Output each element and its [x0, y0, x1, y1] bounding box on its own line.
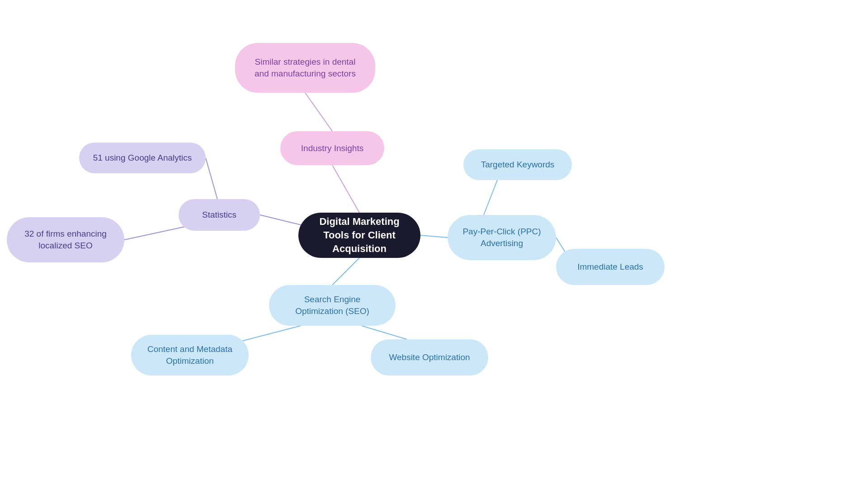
ppc-node: Pay-Per-Click (PPC) Advertising: [448, 215, 556, 260]
content-metadata-label: Content and Metadata Optimization: [144, 343, 236, 366]
center-label: Digital Marketing Tools for Client Acqui…: [311, 215, 408, 255]
immediate-leads-label: Immediate Leads: [577, 261, 643, 273]
targeted-keywords-label: Targeted Keywords: [481, 159, 555, 171]
svg-line-5: [332, 258, 359, 285]
google-analytics-label: 51 using Google Analytics: [93, 152, 192, 164]
targeted-keywords-node: Targeted Keywords: [463, 149, 572, 180]
svg-line-7: [362, 326, 407, 339]
seo-node: Search Engine Optimization (SEO): [269, 285, 396, 326]
industry-insights-label: Industry Insights: [301, 143, 363, 154]
statistics-node: Statistics: [179, 199, 260, 231]
website-opt-node: Website Optimization: [371, 339, 488, 376]
similar-strategies-label: Similar strategies in dental and manufac…: [248, 56, 363, 79]
industry-insights-node: Industry Insights: [280, 131, 384, 165]
localized-seo-node: 32 of firms enhancing localized SEO: [7, 217, 124, 262]
svg-line-9: [484, 180, 497, 215]
svg-line-8: [420, 235, 448, 238]
ppc-label: Pay-Per-Click (PPC) Advertising: [460, 226, 543, 249]
website-opt-label: Website Optimization: [389, 352, 470, 363]
localized-seo-label: 32 of firms enhancing localized SEO: [19, 228, 112, 251]
svg-line-6: [240, 326, 301, 342]
immediate-leads-node: Immediate Leads: [556, 249, 665, 285]
content-metadata-node: Content and Metadata Optimization: [131, 335, 249, 376]
svg-line-0: [332, 165, 359, 213]
svg-line-1: [305, 93, 332, 131]
center-node: Digital Marketing Tools for Client Acqui…: [298, 213, 420, 258]
seo-label: Search Engine Optimization (SEO): [282, 294, 383, 317]
google-analytics-node: 51 using Google Analytics: [79, 143, 206, 173]
statistics-label: Statistics: [202, 209, 236, 221]
similar-strategies-node: Similar strategies in dental and manufac…: [235, 43, 375, 93]
